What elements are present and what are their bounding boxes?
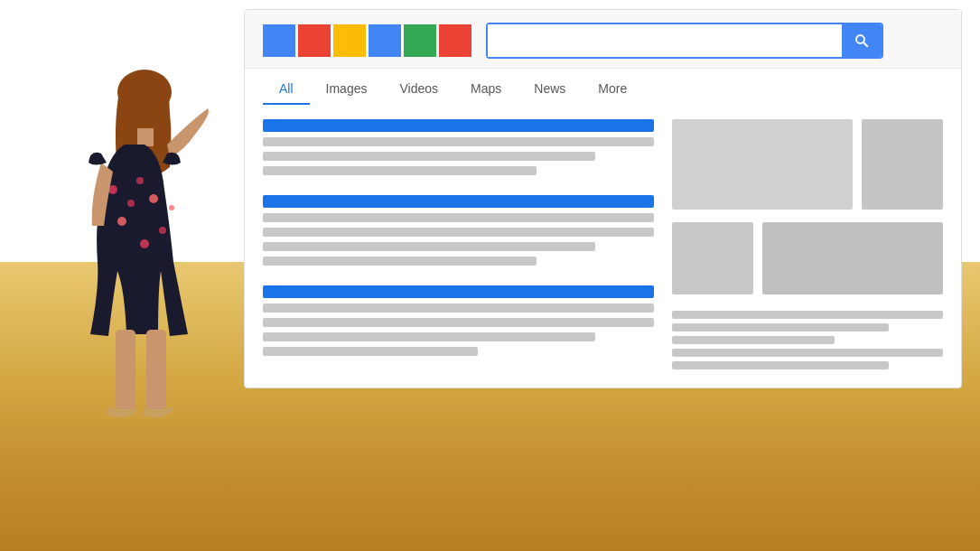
result-line xyxy=(263,228,654,237)
svg-rect-2 xyxy=(137,128,154,146)
svg-point-9 xyxy=(169,205,174,210)
right-image-large xyxy=(672,119,853,210)
right-image-small xyxy=(862,119,943,210)
svg-rect-12 xyxy=(146,330,166,411)
result-item xyxy=(263,119,654,175)
right-image-sq1 xyxy=(672,222,753,294)
logo-segment-blue2 xyxy=(369,24,401,57)
search-button[interactable] xyxy=(842,24,882,57)
svg-point-7 xyxy=(149,194,158,203)
result-title[interactable] xyxy=(263,195,654,208)
tab-images[interactable]: Images xyxy=(310,74,384,105)
result-line xyxy=(263,242,595,251)
search-icon xyxy=(854,33,870,49)
svg-point-4 xyxy=(127,200,135,207)
result-line xyxy=(263,332,595,341)
logo-segment-blue xyxy=(263,24,295,57)
tab-news[interactable]: News xyxy=(518,74,582,105)
result-line xyxy=(263,318,654,327)
right-top-images xyxy=(672,119,943,210)
svg-point-8 xyxy=(159,227,166,234)
logo-segment-yellow xyxy=(333,24,366,57)
right-image-sq2 xyxy=(762,222,943,294)
right-line xyxy=(672,336,835,344)
svg-point-6 xyxy=(136,177,144,184)
search-box[interactable] xyxy=(486,23,883,59)
result-line xyxy=(263,213,654,222)
right-line xyxy=(672,323,889,332)
search-panel: All Images Videos Maps News More xyxy=(244,9,962,388)
svg-rect-11 xyxy=(116,330,135,411)
left-results xyxy=(263,119,654,369)
tab-more[interactable]: More xyxy=(582,74,643,105)
result-line xyxy=(263,257,537,266)
woman-figure xyxy=(27,54,226,497)
result-line xyxy=(263,304,654,313)
logo xyxy=(263,24,471,57)
svg-point-13 xyxy=(856,35,864,43)
result-title[interactable] xyxy=(263,119,654,132)
right-middle-images xyxy=(672,222,943,294)
tab-all[interactable]: All xyxy=(263,74,310,105)
result-item xyxy=(263,285,654,356)
nav-tabs: All Images Videos Maps News More xyxy=(245,74,961,105)
tab-videos[interactable]: Videos xyxy=(383,74,454,105)
search-input[interactable] xyxy=(488,24,842,57)
right-line xyxy=(672,311,943,319)
right-line xyxy=(672,361,889,369)
result-line xyxy=(263,347,478,356)
right-line xyxy=(672,349,943,357)
svg-point-10 xyxy=(140,239,149,248)
result-line xyxy=(263,152,595,161)
search-header xyxy=(245,10,961,69)
right-panel xyxy=(672,119,943,369)
logo-segment-red xyxy=(298,24,331,57)
tab-maps[interactable]: Maps xyxy=(454,74,518,105)
svg-line-14 xyxy=(863,42,868,47)
svg-point-5 xyxy=(117,217,126,226)
right-text-lines xyxy=(672,311,943,369)
logo-segment-red2 xyxy=(439,24,471,57)
result-item xyxy=(263,195,654,266)
results-area xyxy=(245,105,961,378)
logo-segment-green xyxy=(404,24,436,57)
result-line xyxy=(263,166,537,175)
result-title[interactable] xyxy=(263,285,654,298)
result-line xyxy=(263,137,654,146)
